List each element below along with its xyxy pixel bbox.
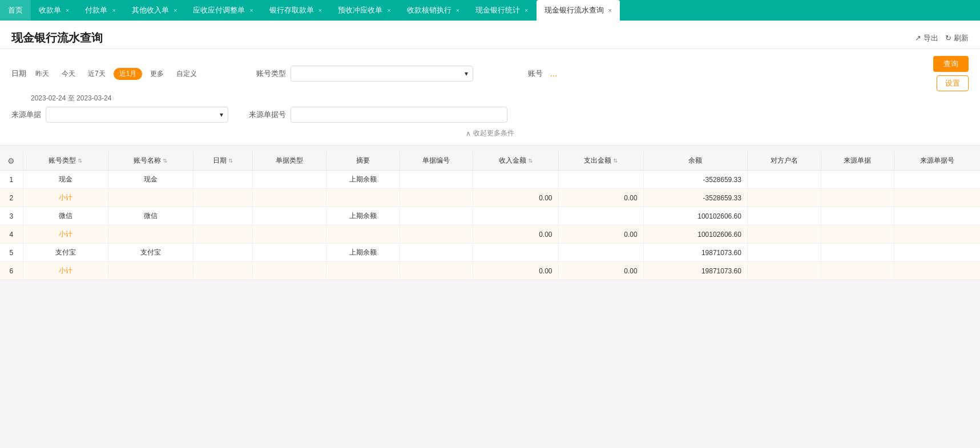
td-no: 6 [0, 262, 23, 280]
td-counterpart [747, 244, 821, 262]
nav-close-payment[interactable]: × [112, 0, 115, 21]
td-source-doc-no [894, 225, 980, 244]
td-summary [326, 189, 400, 207]
nav-close-stats[interactable]: × [525, 0, 528, 21]
shortcut-7days[interactable]: 近7天 [83, 68, 110, 80]
td-source-doc [821, 225, 894, 244]
td-income [473, 171, 558, 189]
date-label: 日期 [11, 68, 26, 79]
table-row[interactable]: 3微信微信上期余额100102606.60 [0, 207, 980, 225]
settings-button[interactable]: 设置 [937, 75, 969, 91]
td-source-doc-no [894, 262, 980, 280]
nav-ar-adjust[interactable]: 应收应付调整单 × [185, 0, 261, 21]
shortcut-1month[interactable]: 近1月 [114, 68, 143, 80]
sort-icon-expense: ⇅ [613, 158, 618, 164]
td-account-name [108, 262, 193, 280]
th-counterpart[interactable]: 对方户名 [747, 151, 821, 171]
th-source-doc-no[interactable]: 来源单据号 [894, 151, 980, 171]
nav-verify[interactable]: 收款核销执行 × [399, 0, 467, 21]
nav-payment[interactable]: 付款单 × [77, 0, 123, 21]
th-doc-type[interactable]: 单据类型 [253, 151, 326, 171]
td-expense: 0.00 [558, 262, 643, 280]
td-no: 1 [0, 171, 23, 189]
td-date [193, 171, 252, 189]
refresh-button[interactable]: ↻ 刷新 [945, 33, 969, 43]
td-income [473, 207, 558, 225]
td-doc-type [253, 225, 326, 244]
nav-close-verify[interactable]: × [456, 0, 459, 21]
table-row[interactable]: 2小计0.000.00-3528659.33 [0, 189, 980, 207]
th-doc-no[interactable]: 单据编号 [400, 151, 473, 171]
nav-prepay[interactable]: 预收冲应收单 × [330, 0, 398, 21]
td-source-doc [821, 189, 894, 207]
source-doc-chevron: ▾ [220, 111, 223, 119]
td-doc-no [400, 225, 473, 244]
shortcut-yesterday[interactable]: 昨天 [31, 68, 54, 80]
source-doc-no-input[interactable] [291, 107, 507, 123]
th-gear[interactable]: ⚙ [0, 151, 23, 171]
table-row[interactable]: 4小计0.000.00100102606.60 [0, 225, 980, 244]
nav-label-stats: 现金银行统计 [475, 0, 520, 21]
account-type-filter: 账号类型 ▾ [256, 66, 473, 82]
th-account-type[interactable]: 账号类型 ⇅ [23, 151, 108, 171]
nav-other-income[interactable]: 其他收入单 × [124, 0, 185, 21]
td-balance: 19871073.60 [643, 244, 747, 262]
shortcut-more[interactable]: 更多 [146, 68, 168, 80]
gear-icon[interactable]: ⚙ [7, 156, 15, 166]
nav-close-prepay[interactable]: × [387, 0, 390, 21]
td-source-doc-no [894, 244, 980, 262]
account-filter: 账号 ... [528, 68, 559, 79]
td-counterpart [747, 171, 821, 189]
th-expense[interactable]: 支出金额 ⇅ [558, 151, 643, 171]
td-date [193, 225, 252, 244]
th-income[interactable]: 收入金额 ⇅ [473, 151, 558, 171]
td-doc-no [400, 171, 473, 189]
td-doc-no [400, 244, 473, 262]
nav-close-cashflow[interactable]: × [608, 0, 612, 21]
th-balance[interactable]: 余额 [643, 151, 747, 171]
td-source-doc [821, 207, 894, 225]
table-header-row: ⚙ 账号类型 ⇅ 账号名称 ⇅ 日期 [0, 151, 980, 171]
action-buttons: 查询 设置 [933, 56, 969, 91]
td-counterpart [747, 189, 821, 207]
page-header: 现金银行流水查询 ↗ 导出 ↻ 刷新 [0, 21, 980, 49]
nav-label-prepay: 预收冲应收单 [338, 0, 382, 21]
account-type-select[interactable]: ▾ [291, 66, 473, 82]
shortcut-custom[interactable]: 自定义 [172, 68, 201, 80]
td-summary: 上期余额 [326, 244, 400, 262]
th-source-doc[interactable]: 来源单据 [821, 151, 894, 171]
export-button[interactable]: ↗ 导出 [915, 33, 938, 43]
shortcut-today[interactable]: 今天 [57, 68, 80, 80]
collapse-bar[interactable]: ∧ 收起更多条件 [11, 128, 969, 138]
nav-bank-deposit[interactable]: 银行存取款单 × [261, 0, 330, 21]
td-account-name [108, 189, 193, 207]
export-icon: ↗ [915, 34, 921, 42]
td-account-type: 小计 [23, 225, 108, 244]
td-account-type: 小计 [23, 189, 108, 207]
nav-cashflow[interactable]: 现金银行流水查询 × [537, 0, 620, 21]
td-source-doc [821, 171, 894, 189]
nav-stats[interactable]: 现金银行统计 × [467, 0, 536, 21]
td-no: 4 [0, 225, 23, 244]
nav-close-other-income[interactable]: × [174, 0, 177, 21]
query-button[interactable]: 查询 [933, 56, 969, 72]
table-row[interactable]: 1现金现金上期余额-3528659.33 [0, 171, 980, 189]
account-dots-btn[interactable]: ... [547, 68, 559, 79]
date-range-display: 2023-02-24 至 2023-03-24 [29, 94, 969, 103]
table-row[interactable]: 6小计0.000.0019871073.60 [0, 262, 980, 280]
account-type-chevron: ▾ [465, 70, 468, 78]
source-doc-select[interactable]: ▾ [46, 107, 228, 123]
table-row[interactable]: 5支付宝支付宝上期余额19871073.60 [0, 244, 980, 262]
nav-close-bank-deposit[interactable]: × [318, 0, 322, 21]
nav-close-receipt[interactable]: × [66, 0, 69, 21]
nav-home[interactable]: 首页 [0, 0, 31, 21]
th-date[interactable]: 日期 ⇅ [193, 151, 252, 171]
th-summary[interactable]: 摘要 [326, 151, 400, 171]
nav-close-ar-adjust[interactable]: × [249, 0, 253, 21]
source-doc-no-label: 来源单据号 [249, 110, 286, 120]
td-account-type: 支付宝 [23, 244, 108, 262]
nav-receipt[interactable]: 收款单 × [31, 0, 77, 21]
td-balance: 100102606.60 [643, 207, 747, 225]
th-account-name[interactable]: 账号名称 ⇅ [108, 151, 193, 171]
table-area: ⚙ 账号类型 ⇅ 账号名称 ⇅ 日期 [0, 151, 980, 280]
